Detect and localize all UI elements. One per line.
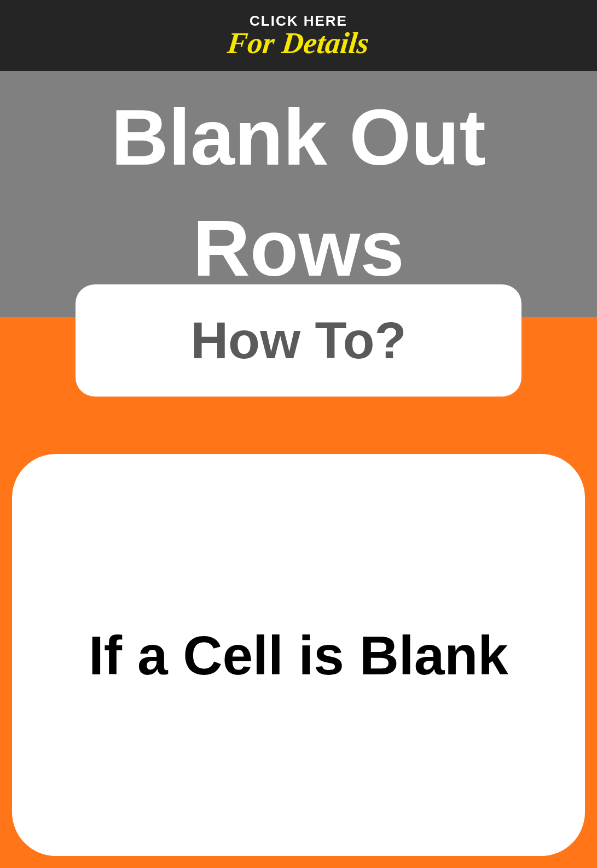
hero-title: Blank Out Rows <box>0 82 597 304</box>
cta-banner[interactable]: CLICK HERE For Details <box>0 0 597 71</box>
cta-banner-line1: CLICK HERE <box>250 14 347 28</box>
hero-section: Blank Out Rows <box>0 71 597 317</box>
content-card-text: If a Cell is Blank <box>89 625 508 685</box>
howto-card: How To? <box>76 284 521 397</box>
howto-label: How To? <box>191 311 407 370</box>
cta-banner-line2: For Details <box>227 28 371 58</box>
content-area: If a Cell is Blank <box>0 317 597 868</box>
content-card: If a Cell is Blank <box>12 454 585 856</box>
